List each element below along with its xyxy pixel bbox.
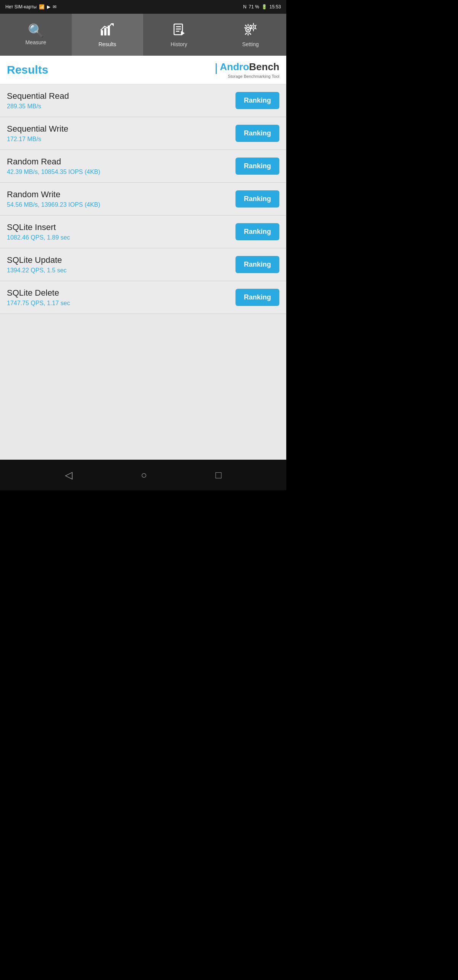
- result-item-sqlite-delete: SQLite Delete 1747.75 QPS, 1.17 sec Rank…: [0, 281, 286, 314]
- result-info-sqlite-delete: SQLite Delete 1747.75 QPS, 1.17 sec: [7, 288, 70, 307]
- result-name-sequential-write: Sequential Write: [7, 124, 68, 134]
- result-item-random-write: Random Write 54.56 MB/s, 13969.23 IOPS (…: [0, 183, 286, 216]
- result-value-sqlite-delete: 1747.75 QPS, 1.17 sec: [7, 300, 70, 307]
- result-item-sequential-write: Sequential Write 172.17 MB/s Ranking: [0, 117, 286, 150]
- status-left: Нет SIM-карты 📶 ▶ ✉: [5, 4, 56, 10]
- brand-name: AndroBench: [216, 61, 279, 74]
- result-info-random-write: Random Write 54.56 MB/s, 13969.23 IOPS (…: [7, 190, 100, 208]
- result-name-random-read: Random Read: [7, 157, 100, 167]
- tab-measure[interactable]: 🔍 Measure: [0, 14, 72, 56]
- result-name-random-write: Random Write: [7, 190, 100, 200]
- svg-rect-1: [104, 28, 106, 35]
- result-info-sqlite-insert: SQLite Insert 1082.46 QPS, 1.89 sec: [7, 222, 70, 241]
- svg-point-12: [253, 26, 254, 28]
- nav-tabs: 🔍 Measure Results: [0, 14, 286, 56]
- tab-history-label: History: [171, 41, 187, 47]
- result-value-random-read: 42.39 MB/s, 10854.35 IOPS (4KB): [7, 169, 100, 175]
- ranking-button-random-read[interactable]: Ranking: [235, 158, 279, 175]
- tab-history[interactable]: History: [143, 14, 215, 56]
- tab-measure-label: Measure: [26, 39, 46, 45]
- email-icon: ✉: [53, 4, 56, 10]
- result-value-sequential-write: 172.17 MB/s: [7, 136, 68, 143]
- result-value-random-write: 54.56 MB/s, 13969.23 IOPS (4KB): [7, 201, 100, 208]
- result-info-random-read: Random Read 42.39 MB/s, 10854.35 IOPS (4…: [7, 157, 100, 175]
- home-button[interactable]: ○: [137, 465, 151, 485]
- result-name-sqlite-update: SQLite Update: [7, 255, 67, 265]
- signal-icon: 📶: [39, 4, 45, 10]
- ranking-button-sqlite-delete[interactable]: Ranking: [235, 289, 279, 306]
- brand-logo: AndroBench Storage Benchmarking Tool: [216, 61, 279, 79]
- result-item-sequential-read: Sequential Read 289.35 MB/s Ranking: [0, 84, 286, 117]
- status-bar: Нет SIM-карты 📶 ▶ ✉ N 71 % 🔋 15:53: [0, 0, 286, 14]
- bottom-nav: ◁ ○ □: [0, 460, 286, 490]
- tab-setting-label: Setting: [242, 41, 259, 47]
- page-title: Results: [7, 63, 48, 76]
- setting-icon: [243, 23, 258, 39]
- tab-results-label: Results: [98, 41, 116, 47]
- ranking-button-sqlite-insert[interactable]: Ranking: [235, 223, 279, 240]
- measure-icon: 🔍: [28, 24, 44, 37]
- status-right: N 71 % 🔋 15:53: [243, 4, 281, 10]
- history-icon: [172, 23, 186, 39]
- results-icon: [100, 23, 114, 39]
- ranking-button-sequential-write[interactable]: Ranking: [235, 125, 279, 142]
- tab-setting[interactable]: Setting: [215, 14, 287, 56]
- result-name-sqlite-delete: SQLite Delete: [7, 288, 70, 298]
- battery-level: 71 %: [249, 4, 259, 10]
- ranking-button-sqlite-update[interactable]: Ranking: [235, 256, 279, 273]
- media-icon: ▶: [47, 4, 50, 10]
- ranking-button-sequential-read[interactable]: Ranking: [235, 92, 279, 109]
- result-item-sqlite-update: SQLite Update 1394.22 QPS, 1.5 sec Ranki…: [0, 248, 286, 281]
- clock: 15:53: [269, 4, 281, 10]
- phone-container: Нет SIM-карты 📶 ▶ ✉ N 71 % 🔋 15:53 🔍 Mea…: [0, 0, 286, 490]
- result-name-sqlite-insert: SQLite Insert: [7, 222, 70, 232]
- result-item-random-read: Random Read 42.39 MB/s, 10854.35 IOPS (4…: [0, 150, 286, 183]
- result-item-sqlite-insert: SQLite Insert 1082.46 QPS, 1.89 sec Rank…: [0, 216, 286, 248]
- app-header: Results AndroBench Storage Benchmarking …: [0, 56, 286, 84]
- battery-icon: 🔋: [261, 4, 267, 10]
- result-info-sequential-write: Sequential Write 172.17 MB/s: [7, 124, 68, 143]
- result-info-sqlite-update: SQLite Update 1394.22 QPS, 1.5 sec: [7, 255, 67, 274]
- result-info-sequential-read: Sequential Read 289.35 MB/s: [7, 91, 69, 110]
- svg-rect-0: [101, 30, 103, 35]
- result-name-sequential-read: Sequential Read: [7, 91, 69, 101]
- result-value-sqlite-update: 1394.22 QPS, 1.5 sec: [7, 267, 67, 274]
- nfc-icon: N: [243, 4, 247, 10]
- tab-results[interactable]: Results: [72, 14, 144, 56]
- back-button[interactable]: ◁: [61, 465, 76, 485]
- result-value-sqlite-insert: 1082.46 QPS, 1.89 sec: [7, 234, 70, 241]
- sim-status: Нет SIM-карты: [5, 4, 37, 10]
- recent-button[interactable]: □: [212, 465, 226, 485]
- content-spacer: [0, 387, 286, 460]
- brand-subtitle: Storage Benchmarking Tool: [228, 74, 279, 79]
- result-value-sequential-read: 289.35 MB/s: [7, 103, 69, 110]
- ranking-button-random-write[interactable]: Ranking: [235, 190, 279, 208]
- svg-point-10: [247, 29, 249, 31]
- results-list: Sequential Read 289.35 MB/s Ranking Sequ…: [0, 84, 286, 387]
